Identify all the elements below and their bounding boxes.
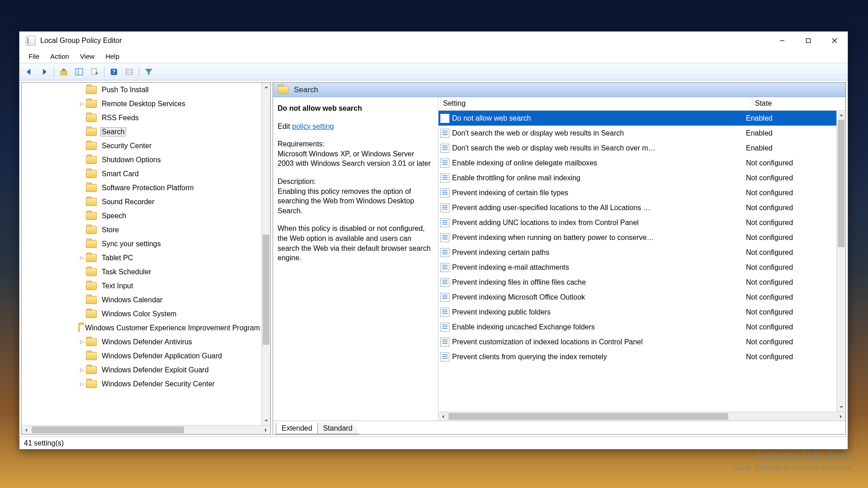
expand-icon[interactable]: ▷ [78, 367, 86, 373]
edit-policy-link[interactable]: policy setting [292, 122, 334, 130]
tree-item[interactable]: ▷Windows Defender Security Center [22, 377, 261, 391]
setting-row[interactable]: Prevent clients from querying the index … [439, 349, 836, 364]
tree-item[interactable]: ▷Remote Desktop Services [22, 97, 261, 111]
tree-item[interactable]: Shutdown Options [22, 153, 261, 167]
scroll-down-icon[interactable] [837, 403, 845, 412]
setting-name: Prevent adding user-specified locations … [452, 204, 746, 212]
setting-row[interactable]: Enable indexing uncached Exchange folder… [439, 319, 836, 334]
setting-row[interactable]: Prevent indexing Microsoft Office Outloo… [439, 290, 836, 305]
tree-item[interactable]: Sync your settings [22, 237, 261, 251]
folder-icon [86, 170, 97, 178]
menu-file[interactable]: File [23, 51, 45, 62]
tree-item[interactable]: Speech [22, 209, 261, 223]
setting-state: Not configured [746, 189, 836, 197]
show-hide-tree-button[interactable] [72, 65, 86, 79]
scroll-up-icon[interactable] [262, 83, 270, 92]
requirements-text: Microsoft Windows XP, or Windows Server … [278, 149, 431, 169]
tree-item[interactable]: Search [22, 125, 261, 139]
minimize-button[interactable] [769, 32, 795, 50]
folder-icon [278, 86, 288, 94]
setting-row[interactable]: Prevent indexing public foldersNot confi… [439, 305, 836, 319]
policy-icon [440, 129, 449, 138]
svg-rect-7 [92, 69, 96, 75]
setting-row[interactable]: Prevent indexing of certain file typesNo… [439, 185, 836, 200]
tree-item[interactable]: Task Scheduler [22, 265, 261, 279]
menu-action[interactable]: Action [45, 51, 75, 62]
tree-scroll[interactable]: Push To Install▷Remote Desktop ServicesR… [22, 83, 261, 425]
setting-row[interactable]: Enable indexing of online delegate mailb… [439, 155, 836, 170]
policy-icon [440, 188, 449, 197]
svg-rect-1 [807, 39, 811, 43]
tree-item[interactable]: ▷Windows Defender Antivirus [22, 335, 261, 349]
setting-name: Prevent indexing of certain file types [452, 189, 746, 197]
setting-name: Prevent indexing Microsoft Office Outloo… [452, 293, 746, 301]
expand-icon[interactable]: ▷ [78, 255, 86, 261]
scroll-left-icon[interactable] [22, 426, 31, 434]
tree-item[interactable]: ▷Windows Defender Exploit Guard [22, 363, 261, 377]
help-button[interactable]: ? [107, 65, 121, 79]
up-button[interactable] [57, 65, 71, 79]
tree-item-label: Search [100, 127, 126, 136]
settings-hscrollbar[interactable] [439, 412, 845, 421]
tab-extended[interactable]: Extended [276, 423, 319, 434]
tree-item[interactable]: Windows Color System [22, 307, 261, 321]
setting-state: Not configured [746, 234, 836, 242]
tree-item[interactable]: ▷Tablet PC [22, 251, 261, 265]
settings-panel: Setting State Do not allow web searchEna… [438, 97, 845, 421]
setting-row[interactable]: Enable throttling for online mail indexi… [439, 170, 836, 185]
tree-item[interactable]: Windows Calendar [22, 293, 261, 307]
tree-item[interactable]: Store [22, 223, 261, 237]
setting-row[interactable]: Prevent indexing certain pathsNot config… [439, 245, 836, 260]
policy-icon [440, 263, 449, 272]
settings-list[interactable]: Do not allow web searchEnabledDon't sear… [439, 111, 836, 412]
setting-row[interactable]: Don't search the web or display web resu… [439, 141, 836, 155]
expand-icon[interactable]: ▷ [78, 381, 86, 387]
setting-row[interactable]: Prevent adding user-specified locations … [439, 200, 836, 215]
titlebar[interactable]: Local Group Policy Editor [19, 32, 848, 50]
setting-name: Prevent adding UNC locations to index fr… [452, 219, 746, 227]
tree-item[interactable]: Smart Card [22, 167, 261, 181]
export-list-button[interactable] [88, 65, 101, 79]
settings-vscrollbar[interactable] [836, 111, 845, 412]
tree-item[interactable]: Security Center [22, 139, 261, 153]
setting-name: Do not allow web search [452, 114, 746, 122]
tree-vscrollbar[interactable] [261, 83, 270, 425]
expand-icon[interactable]: ▷ [78, 339, 86, 345]
tree-item-label: Windows Customer Experience Improvement … [84, 324, 261, 333]
back-button[interactable] [22, 65, 36, 79]
tree-item[interactable]: Sound Recorder [22, 195, 261, 209]
policy-icon [440, 248, 449, 257]
setting-row[interactable]: Prevent adding UNC locations to index fr… [439, 215, 836, 230]
tree-item[interactable]: Windows Customer Experience Improvement … [22, 321, 261, 335]
setting-row[interactable]: Prevent indexing when running on battery… [439, 230, 836, 245]
tree-item[interactable]: Software Protection Platform [22, 181, 261, 195]
tree-hscrollbar[interactable] [22, 425, 270, 434]
setting-row[interactable]: Prevent customization of indexed locatio… [439, 334, 836, 349]
forward-button[interactable] [38, 65, 51, 79]
setting-row[interactable]: Don't search the web or display web resu… [439, 126, 836, 141]
scroll-right-icon[interactable] [836, 412, 845, 421]
filter-button[interactable] [142, 65, 156, 79]
menu-view[interactable]: View [75, 51, 100, 62]
column-setting[interactable]: Setting [439, 97, 750, 110]
tree-item[interactable]: Push To Install [22, 83, 261, 97]
folder-icon [86, 114, 97, 122]
menu-help[interactable]: Help [100, 51, 125, 62]
column-state[interactable]: State [750, 97, 845, 110]
scroll-up-icon[interactable] [837, 111, 845, 120]
setting-state: Enabled [746, 114, 836, 122]
setting-row[interactable]: Do not allow web searchEnabled [439, 111, 836, 126]
setting-row[interactable]: Prevent indexing files in offline files … [439, 275, 836, 290]
tree-item[interactable]: Text Input [22, 279, 261, 293]
properties-button[interactable] [123, 65, 136, 79]
scroll-left-icon[interactable] [439, 412, 448, 421]
expand-icon[interactable]: ▷ [78, 101, 86, 107]
tab-standard[interactable]: Standard [317, 423, 359, 434]
scroll-right-icon[interactable] [261, 426, 270, 434]
tree-item[interactable]: RSS Feeds [22, 111, 261, 125]
close-button[interactable] [821, 32, 848, 50]
setting-row[interactable]: Prevent indexing e-mail attachmentsNot c… [439, 260, 836, 275]
scroll-down-icon[interactable] [262, 416, 270, 425]
tree-item[interactable]: Windows Defender Application Guard [22, 349, 261, 363]
maximize-button[interactable] [795, 32, 821, 50]
